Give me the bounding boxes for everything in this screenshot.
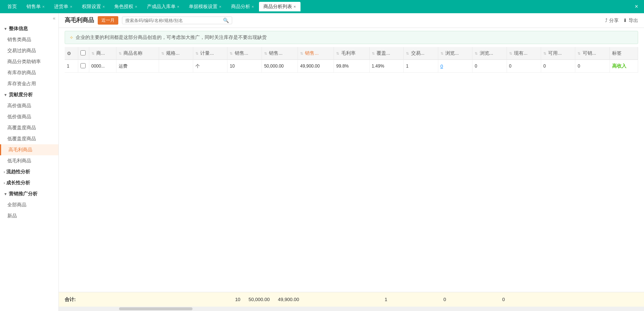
sort-icon13[interactable]: ⇅: [509, 51, 512, 55]
search-input[interactable]: [125, 18, 223, 23]
sort-icon8[interactable]: ⇅: [336, 51, 339, 55]
arrow-right-icon: ›: [4, 170, 5, 174]
close-role[interactable]: ×: [135, 4, 137, 9]
sidebar-item-low-coverage[interactable]: 低覆盖度商品: [0, 133, 58, 144]
sidebar-group-overall[interactable]: ▼ 整体信息: [0, 23, 58, 34]
period-button[interactable]: 近一月: [98, 16, 118, 25]
horizontal-scrollbar[interactable]: [59, 307, 644, 311]
nav-purchase-order[interactable]: 进货单 ×: [50, 2, 76, 11]
export-icon: ⬇: [623, 18, 627, 23]
cell-sellable-stock: 0: [575, 60, 609, 73]
sort-icon6[interactable]: ⇅: [264, 51, 267, 55]
sidebar-item-low-value[interactable]: 低价值商品: [0, 111, 58, 122]
sidebar-item-new-goods[interactable]: 新品: [0, 210, 58, 221]
sidebar-group-flow[interactable]: › 流趋性分析: [0, 166, 58, 177]
sidebar-item-inventory-capital[interactable]: 库存资金占用: [0, 78, 58, 89]
sort-icon5[interactable]: ⇅: [230, 51, 233, 55]
nav-product-inbound[interactable]: 产成品入库单 ×: [143, 2, 184, 11]
nav-product-analysis-list[interactable]: 商品分析列表 ×: [259, 2, 300, 11]
sort-icon11[interactable]: ⇅: [440, 51, 443, 55]
nav-home[interactable]: 首页: [3, 2, 21, 11]
sidebar-item-category-assist[interactable]: 商品分类助销率: [0, 56, 58, 67]
sort-icon10[interactable]: ⇅: [406, 51, 409, 55]
info-text: 企业的主要的利润都是这部分商品创造的，可考虑加大推广，同时关注库存是不要出现缺货: [76, 34, 267, 41]
cell-sales-amt2: 49,900.00: [298, 60, 334, 73]
nav-product-analysis[interactable]: 商品分析 ×: [227, 2, 258, 11]
close-template[interactable]: ×: [219, 4, 221, 9]
col-spec: ⇅ 规格...: [159, 47, 193, 60]
sort-icon7[interactable]: ⇅: [300, 51, 303, 55]
col-sales-amt2: ⇅ 销售...: [298, 47, 334, 60]
sidebar-group-contribution[interactable]: ▼ 贡献度分析: [0, 89, 58, 100]
nav-role[interactable]: 角色授权 ×: [110, 2, 141, 11]
col-settings[interactable]: ⚙: [65, 47, 78, 60]
footer-browse2: 0: [420, 297, 449, 302]
sort-icon4[interactable]: ⇅: [195, 51, 198, 55]
cell-browse1[interactable]: 0: [438, 60, 472, 73]
sidebar-item-high-margin[interactable]: 高毛利商品: [0, 144, 58, 155]
sidebar-item-high-value[interactable]: 高价值商品: [0, 100, 58, 111]
sidebar-item-sales-goods[interactable]: 销售类商品: [0, 34, 58, 45]
info-bar: ✧ 企业的主要的利润都是这部分商品创造的，可考虑加大推广，同时关注库存是不要出现…: [65, 31, 638, 44]
top-nav: 首页 销售单 × 进货单 × 权限设置 × 角色授权 × 产成品入库单 × 单据…: [0, 0, 644, 13]
sidebar-item-all-goods[interactable]: 全部商品: [0, 199, 58, 210]
footer-sales-amt1: 50,000.00: [243, 297, 273, 302]
col-current-stock: ⇅ 现有...: [507, 47, 541, 60]
cell-checkbox[interactable]: [78, 60, 89, 73]
select-all-checkbox[interactable]: [80, 50, 86, 55]
close-product-analysis[interactable]: ×: [252, 4, 254, 9]
nav-template[interactable]: 单据模板设置 ×: [184, 2, 226, 11]
cell-coverage: 1.49%: [369, 60, 403, 73]
sidebar-item-low-margin[interactable]: 低毛利商品: [0, 155, 58, 166]
close-sales-order[interactable]: ×: [42, 4, 44, 9]
footer-transactions: 1: [361, 297, 390, 302]
sidebar: « ▼ 整体信息 销售类商品 交易过的商品 商品分类助销率 有库存的商品 库存资…: [0, 13, 59, 311]
export-button[interactable]: ⬇ 导出: [623, 17, 638, 24]
settings-icon[interactable]: ⚙: [67, 51, 71, 56]
close-product-analysis-list[interactable]: ×: [294, 4, 296, 9]
scroll-thumb[interactable]: [119, 307, 193, 310]
sort-icon[interactable]: ⇅: [91, 51, 94, 55]
table-body: 1 0000... 运费 个 10 50,000.00 49,900.00 99…: [65, 60, 638, 73]
table-wrapper[interactable]: ⚙ ⇅ 商... ⇅ 商品名称: [59, 47, 644, 292]
close-all-tabs[interactable]: ×: [632, 3, 641, 11]
sidebar-item-high-coverage[interactable]: 高覆盖度商品: [0, 122, 58, 133]
sidebar-collapse-btn[interactable]: «: [0, 13, 58, 23]
sidebar-group-growth[interactable]: › 成长性分析: [0, 177, 58, 188]
nav-sales-order[interactable]: 销售单 ×: [22, 2, 49, 11]
cell-unit: 个: [193, 60, 227, 73]
col-tag: 标签: [609, 47, 638, 60]
search-icon[interactable]: 🔍: [223, 18, 229, 23]
cell-sales-amt1: 50,000.00: [262, 60, 298, 73]
close-permission[interactable]: ×: [102, 4, 105, 9]
sort-icon12[interactable]: ⇅: [475, 51, 478, 55]
share-button[interactable]: ⤴ 分享: [605, 17, 619, 24]
sort-icon15[interactable]: ⇅: [578, 51, 580, 55]
sidebar-item-traded-goods[interactable]: 交易过的商品: [0, 45, 58, 56]
cell-current-stock: 0: [507, 60, 541, 73]
row-checkbox[interactable]: [80, 63, 86, 68]
sidebar-item-in-stock[interactable]: 有库存的商品: [0, 67, 58, 78]
col-checkbox: [78, 47, 89, 60]
info-icon: ✧: [69, 35, 73, 40]
sort-icon9[interactable]: ⇅: [372, 51, 375, 55]
cell-available-stock: 0: [541, 60, 575, 73]
col-gross-rate: ⇅ 毛利率: [334, 47, 370, 60]
sidebar-group-marketing[interactable]: ▼ 营销推广分析: [0, 188, 58, 199]
col-code: ⇅ 商...: [89, 47, 116, 60]
arrow-down-icon2: ▼: [4, 93, 7, 97]
footer-sales-qty: 10: [214, 297, 243, 302]
footer-available-stock: 0: [478, 297, 508, 302]
content-header: 高毛利商品 近一月 🔍 ⤴ 分享 ⬇ 导出: [59, 13, 644, 28]
content-area: 高毛利商品 近一月 🔍 ⤴ 分享 ⬇ 导出 ✧ 企业的主要的利润都是这部分商品创…: [59, 13, 644, 311]
share-icon: ⤴: [605, 18, 608, 23]
search-box: 🔍: [122, 17, 232, 24]
close-product-inbound[interactable]: ×: [177, 4, 179, 9]
nav-permission[interactable]: 权限设置 ×: [78, 2, 109, 11]
col-browse1: ⇅ 浏览...: [438, 47, 472, 60]
sort-icon2[interactable]: ⇅: [119, 51, 122, 55]
sort-icon3[interactable]: ⇅: [161, 51, 164, 55]
sort-icon14[interactable]: ⇅: [543, 51, 546, 55]
close-purchase-order[interactable]: ×: [70, 4, 72, 9]
cell-transactions: 1: [404, 60, 438, 73]
